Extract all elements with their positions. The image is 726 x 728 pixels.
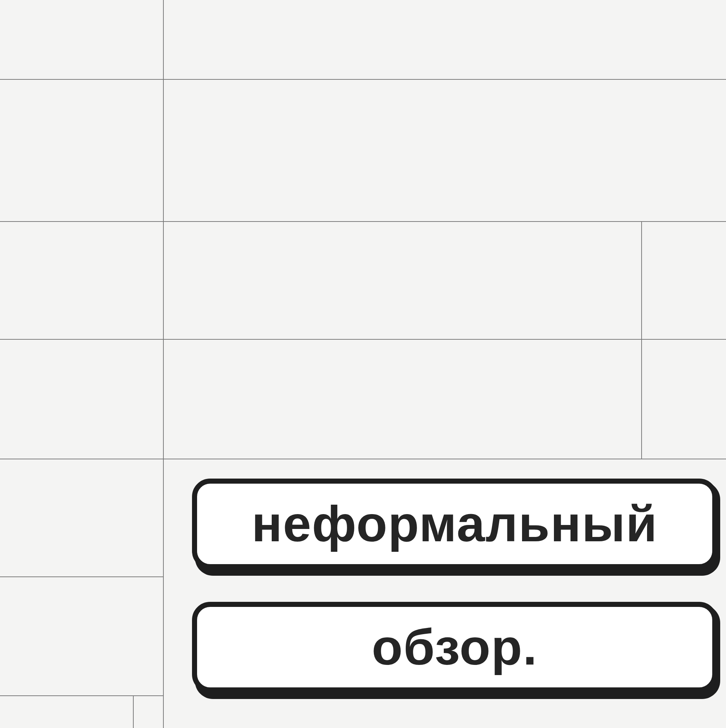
title-label-1: неформальный [192, 479, 717, 569]
canvas: неформальный обзор. [0, 0, 726, 728]
label-box: неформальный [192, 479, 717, 569]
grid-line [0, 695, 163, 696]
grid-line [0, 459, 726, 459]
grid-line [163, 0, 164, 728]
title-text-2: обзор. [372, 618, 538, 676]
grid-line [0, 221, 726, 222]
grid-line [133, 695, 134, 728]
grid-line [0, 79, 726, 80]
grid-line [0, 339, 726, 340]
title-text-1: неформальный [252, 494, 657, 553]
title-label-2: обзор. [192, 602, 717, 693]
grid-line [641, 221, 642, 459]
label-box: обзор. [192, 602, 717, 693]
grid-line [0, 577, 163, 577]
